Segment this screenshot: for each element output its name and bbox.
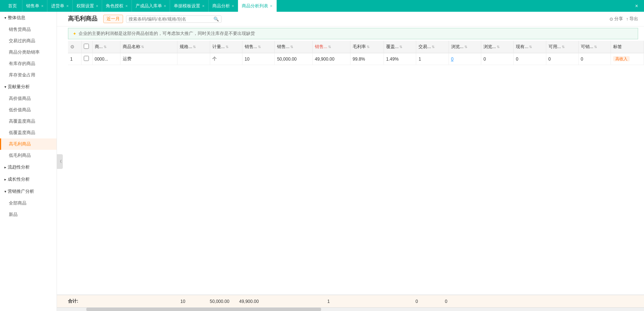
search-icon[interactable]: 🔍 <box>213 17 219 22</box>
scrollbar-thumb[interactable] <box>86 308 321 311</box>
sidebar-item-low-margin[interactable]: 低毛利商品 <box>0 150 57 161</box>
col-spec: 规格... ⇅ <box>177 41 210 53</box>
close-icon[interactable]: × <box>202 4 204 8</box>
table-wrapper: ⚙ 商... ⇅ <box>57 41 644 294</box>
nav-tab-template[interactable]: 单据模板设置 × <box>170 0 208 12</box>
sort-icon[interactable]: ⇅ <box>562 45 565 49</box>
sort-icon[interactable]: ⇅ <box>290 45 293 49</box>
sort-icon[interactable]: ⇅ <box>464 45 467 49</box>
row-select-checkbox[interactable] <box>84 56 89 61</box>
col-trade: 交易... ⇅ <box>416 41 449 53</box>
row-checkbox <box>81 53 92 65</box>
column-settings-icon[interactable]: ⚙ <box>70 44 75 50</box>
sidebar-item-traded-goods[interactable]: 交易过的商品 <box>0 35 57 47</box>
sidebar-item-all-goods[interactable]: 全部商品 <box>0 198 57 209</box>
col-current-stock: 现有... ⇅ <box>514 41 546 53</box>
sidebar-item-high-value[interactable]: 高价值商品 <box>0 93 57 104</box>
col-coverage: 覆盖... ⇅ <box>384 41 416 53</box>
footer-spacer2 <box>266 299 295 304</box>
close-icon[interactable]: × <box>96 4 98 8</box>
filter-button[interactable]: 近一月 <box>103 15 123 23</box>
close-icon[interactable]: × <box>232 4 234 8</box>
sidebar-item-high-margin[interactable]: 高毛利商品 <box>0 138 57 150</box>
footer-sale-amount: 50,000.00 <box>207 299 236 304</box>
sort-icon[interactable]: ⇅ <box>104 45 107 49</box>
chevron-right-icon: ▸ <box>4 177 6 181</box>
sidebar-group-trend[interactable]: ▸ 流趋性分析 <box>0 161 57 173</box>
share-button[interactable]: ⊙ 分享 <box>609 16 623 22</box>
footer-spacer4 <box>354 299 383 304</box>
horizontal-scrollbar[interactable] <box>57 307 644 311</box>
close-icon[interactable]: × <box>66 4 68 8</box>
sidebar-item-low-value[interactable]: 低价值商品 <box>0 104 57 116</box>
sidebar-group-contribution[interactable]: ▾ 贡献量分析 <box>0 81 57 93</box>
sort-icon[interactable]: ⇅ <box>226 45 229 49</box>
footer-spacer5 <box>383 299 413 304</box>
cell-spec <box>177 53 210 65</box>
sort-icon[interactable]: ⇅ <box>328 45 331 49</box>
nav-tab-permission[interactable]: 权限设置 × <box>73 0 102 12</box>
sort-icon[interactable]: ⇅ <box>367 45 370 49</box>
data-table: ⚙ 商... ⇅ <box>68 41 644 65</box>
nav-tab-home[interactable]: 首页 <box>3 0 22 12</box>
footer-sale-profit: 49,900.00 <box>236 299 266 304</box>
close-icon[interactable]: × <box>270 4 272 8</box>
cell-sale-amount: 50,000.00 <box>275 53 313 65</box>
export-icon: ↑ <box>626 17 628 22</box>
search-box: 🔍 <box>126 15 222 23</box>
sort-icon[interactable]: ⇅ <box>497 45 500 49</box>
sidebar-item-sales-goods[interactable]: 销售货商品 <box>0 24 57 35</box>
col-browse2: 浏览... ⇅ <box>481 41 513 53</box>
sidebar-group-marketing[interactable]: ▾ 营销推广分析 <box>0 185 57 198</box>
sidebar-collapse-button[interactable]: 《 <box>57 154 63 169</box>
nav-tab-purchase[interactable]: 进货单 × <box>47 0 72 12</box>
cell-sale-count: 10 <box>242 53 274 65</box>
chevron-down-icon: ▾ <box>4 85 6 89</box>
select-all-checkbox[interactable] <box>84 44 89 49</box>
info-bar: ✦ 企业的主要的利润都是这部分商品创造的，可考虑加大推广，同时关注库存是不要出现… <box>68 28 638 39</box>
sidebar-group-growth[interactable]: ▸ 成长性分析 <box>0 173 57 185</box>
sort-icon[interactable]: ⇅ <box>258 45 261 49</box>
cell-unit: 个 <box>210 53 242 65</box>
sidebar-item-new-goods[interactable]: 新品 <box>0 209 57 220</box>
close-all-button[interactable]: × <box>632 3 641 9</box>
cell-name: 运费 <box>120 53 177 65</box>
sort-icon[interactable]: ⇅ <box>141 45 144 49</box>
close-icon[interactable]: × <box>164 4 166 8</box>
close-icon[interactable]: × <box>125 4 127 8</box>
content-area: 《 高毛利商品 近一月 🔍 ⊙ 分享 ↑ 导出 ✦ 企 <box>57 12 644 311</box>
chevron-right-icon: ▸ <box>4 165 6 169</box>
sidebar-item-high-coverage[interactable]: 高覆盖度商品 <box>0 116 57 127</box>
page-title: 高毛利商品 <box>68 15 97 23</box>
sidebar-group-overview[interactable]: ▾ 整体信息 <box>0 12 57 24</box>
sort-icon[interactable]: ⇅ <box>399 45 402 49</box>
sort-icon[interactable]: ⇅ <box>193 45 196 49</box>
footer-current-stock: 0 <box>413 299 442 304</box>
nav-tab-role[interactable]: 角色授权 × <box>102 0 132 12</box>
sidebar-item-stock-fund[interactable]: 库存资金占用 <box>0 69 57 81</box>
close-icon[interactable]: × <box>41 4 43 8</box>
nav-tab-sales[interactable]: 销售单 × <box>22 0 47 12</box>
search-input[interactable] <box>129 17 213 22</box>
footer-trade: 1 <box>324 299 354 304</box>
sidebar-item-stock-goods[interactable]: 有库存的商品 <box>0 58 57 69</box>
header-actions: ⊙ 分享 ↑ 导出 <box>609 16 638 22</box>
sort-icon[interactable]: ⇅ <box>432 45 435 49</box>
sort-icon[interactable]: ⇅ <box>594 45 597 49</box>
top-nav: 首页 销售单 × 进货单 × 权限设置 × 角色授权 × 产成品入库单 × 单据… <box>0 0 644 12</box>
sidebar-item-low-coverage[interactable]: 低覆盖度商品 <box>0 127 57 138</box>
cell-current-stock: 0 <box>514 53 546 65</box>
sidebar-item-category-rate[interactable]: 商品分类助销率 <box>0 47 57 58</box>
nav-tab-product-in[interactable]: 产成品入库单 × <box>132 0 170 12</box>
sort-icon[interactable]: ⇅ <box>529 45 532 49</box>
share-icon: ⊙ <box>609 17 613 22</box>
nav-tab-analysis[interactable]: 商品分析 × <box>209 0 238 12</box>
footer-total-row: 合计: 10 50,000.00 49,900.00 1 0 0 <box>57 294 644 307</box>
cell-tag: 高收入 <box>611 53 644 65</box>
cell-trade: 1 <box>416 53 449 65</box>
export-button[interactable]: ↑ 导出 <box>626 16 638 22</box>
cell-browse1[interactable]: 0 <box>449 53 481 65</box>
nav-tab-analysis-list[interactable]: 商品分析列表 × <box>238 0 276 12</box>
cell-code: 0000... <box>92 53 120 65</box>
col-gross-margin: 毛利率 ⇅ <box>350 41 384 53</box>
